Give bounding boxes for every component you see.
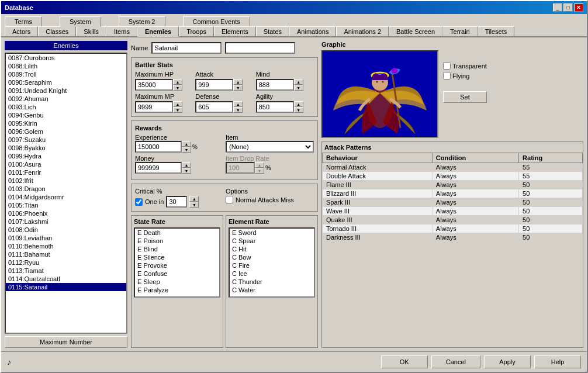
max-mp-down[interactable]: ▼ bbox=[173, 107, 182, 113]
name-input[interactable] bbox=[151, 42, 222, 54]
list-item[interactable]: C Fire bbox=[230, 261, 314, 270]
list-item[interactable]: C Water bbox=[230, 286, 314, 294]
list-item[interactable]: E Death bbox=[135, 229, 219, 237]
tab-troops[interactable]: Troops bbox=[179, 26, 214, 36]
list-item[interactable]: 0111:Bahamut bbox=[6, 250, 126, 258]
list-item[interactable]: 0114:Quetzalcoatl bbox=[6, 275, 126, 283]
list-item[interactable]: 0092:Ahuman bbox=[6, 95, 126, 103]
transparent-label[interactable]: Transparent bbox=[443, 62, 487, 70]
list-item[interactable]: 0115:Satanail bbox=[6, 283, 126, 291]
transparent-checkbox[interactable] bbox=[443, 62, 451, 70]
tab-system[interactable]: System bbox=[60, 16, 101, 27]
list-item[interactable]: 0112:Ryuu bbox=[6, 258, 126, 267]
list-item[interactable]: E Paralyze bbox=[135, 286, 219, 294]
apply-button[interactable]: Apply bbox=[484, 355, 531, 368]
attack-down[interactable]: ▼ bbox=[233, 85, 243, 91]
table-row[interactable]: Flame IIIAlways50 bbox=[323, 181, 583, 189]
attack-input[interactable] bbox=[195, 79, 233, 91]
agility-up[interactable]: ▲ bbox=[294, 101, 303, 107]
list-item[interactable]: E Sleep bbox=[135, 278, 219, 286]
tab-enemies[interactable]: Enemies bbox=[137, 26, 179, 37]
table-row[interactable]: Darkness IIIAlways50 bbox=[323, 233, 583, 242]
money-down[interactable]: ▼ bbox=[182, 168, 191, 174]
list-item[interactable]: 0102:Ifrit bbox=[6, 177, 126, 185]
max-hp-input[interactable] bbox=[135, 79, 173, 91]
list-item[interactable]: 0096:Golem bbox=[6, 127, 126, 136]
agility-input[interactable] bbox=[256, 101, 294, 113]
mind-down[interactable]: ▼ bbox=[294, 85, 303, 91]
max-mp-up[interactable]: ▲ bbox=[173, 101, 182, 107]
max-hp-down[interactable]: ▼ bbox=[173, 85, 182, 91]
list-item[interactable]: 0093:Lich bbox=[6, 103, 126, 111]
list-item[interactable]: 0100:Asura bbox=[6, 160, 126, 168]
list-item[interactable]: 0104:Midgardsormr bbox=[6, 193, 126, 201]
enemies-list[interactable]: 0087:Ouroboros0088:Lilith0089:Troll0090:… bbox=[5, 53, 127, 334]
cancel-button[interactable]: Cancel bbox=[431, 355, 480, 368]
list-item[interactable]: C Hit bbox=[230, 245, 314, 253]
list-item[interactable]: 0089:Troll bbox=[6, 70, 126, 78]
critical-down[interactable]: ▼ bbox=[189, 202, 199, 208]
flying-label[interactable]: Flying bbox=[443, 72, 487, 80]
minimize-button[interactable]: _ bbox=[553, 4, 562, 12]
mind-up[interactable]: ▲ bbox=[294, 79, 303, 85]
list-item[interactable]: 0098:Byakko bbox=[6, 144, 126, 152]
max-hp-up[interactable]: ▲ bbox=[173, 79, 182, 85]
max-number-button[interactable]: Maximum Number bbox=[5, 336, 127, 348]
list-item[interactable]: E Confuse bbox=[135, 270, 219, 278]
list-item[interactable]: 0087:Ouroboros bbox=[6, 54, 126, 62]
exp-up[interactable]: ▲ bbox=[182, 141, 191, 147]
list-item[interactable]: E Poison bbox=[135, 237, 219, 245]
list-item[interactable]: 0110:Behemoth bbox=[6, 242, 126, 250]
item-dropdown[interactable]: (None) bbox=[226, 141, 314, 153]
tab-system2[interactable]: System 2 bbox=[119, 16, 165, 26]
table-row[interactable]: Double AttackAlways55 bbox=[323, 172, 583, 181]
tab-tilesets[interactable]: Tilesets bbox=[478, 26, 515, 36]
state-rate-list[interactable]: E DeathE PoisonE BlindE SilenceE Provoke… bbox=[134, 227, 220, 298]
name-input-2[interactable] bbox=[225, 42, 295, 54]
list-item[interactable]: E Silence bbox=[135, 253, 219, 261]
list-item[interactable]: E Sword bbox=[230, 229, 314, 237]
defense-down[interactable]: ▼ bbox=[233, 107, 243, 113]
defense-up[interactable]: ▲ bbox=[233, 101, 243, 107]
list-item[interactable]: C Thunder bbox=[230, 278, 314, 286]
tab-items[interactable]: Items bbox=[106, 26, 137, 36]
set-button[interactable]: Set bbox=[443, 91, 487, 103]
list-item[interactable]: C Spear bbox=[230, 237, 314, 245]
tab-terrain[interactable]: Terrain bbox=[442, 26, 478, 36]
maximize-button[interactable]: □ bbox=[563, 4, 573, 12]
table-row[interactable]: Spark IIIAlways50 bbox=[323, 198, 583, 207]
money-input[interactable] bbox=[135, 162, 182, 174]
critical-checkbox[interactable] bbox=[135, 198, 143, 206]
tab-battle-screen[interactable]: Battle Screen bbox=[389, 26, 442, 36]
mind-input[interactable] bbox=[256, 79, 294, 91]
flying-checkbox[interactable] bbox=[443, 72, 451, 80]
close-button[interactable]: ✕ bbox=[574, 4, 583, 12]
element-rate-list[interactable]: E SwordC SpearC HitC BowC FireC IceC Thu… bbox=[229, 227, 315, 298]
table-row[interactable]: Wave IIIAlways50 bbox=[323, 207, 583, 216]
tab-animations[interactable]: Animations bbox=[289, 26, 336, 36]
attack-up[interactable]: ▲ bbox=[233, 79, 243, 85]
list-item[interactable]: E Blind bbox=[135, 245, 219, 253]
table-row[interactable]: Blizzard IIIAlways50 bbox=[323, 189, 583, 198]
tab-terms[interactable]: Terms bbox=[5, 16, 42, 26]
tab-common-events[interactable]: Common Events bbox=[183, 16, 250, 26]
tab-animations2[interactable]: Animations 2 bbox=[336, 26, 389, 36]
list-item[interactable]: 0109:Leviathan bbox=[6, 234, 126, 242]
table-row[interactable]: Tornado IIIAlways50 bbox=[323, 225, 583, 233]
tab-states[interactable]: States bbox=[256, 26, 289, 36]
tab-elements[interactable]: Elements bbox=[214, 26, 256, 36]
exp-down[interactable]: ▼ bbox=[182, 147, 191, 153]
tab-classes[interactable]: Classes bbox=[38, 26, 76, 36]
list-item[interactable]: 0088:Lilith bbox=[6, 62, 126, 70]
list-item[interactable]: E Provoke bbox=[135, 261, 219, 270]
tab-skills[interactable]: Skills bbox=[76, 26, 106, 36]
list-item[interactable]: 0097:Suzaku bbox=[6, 136, 126, 144]
list-item[interactable]: C Bow bbox=[230, 253, 314, 261]
list-item[interactable]: 0091:Undead Knight bbox=[6, 87, 126, 95]
list-item[interactable]: 0101:Fenrir bbox=[6, 168, 126, 177]
agility-down[interactable]: ▼ bbox=[294, 107, 303, 113]
list-item[interactable]: 0090:Seraphim bbox=[6, 78, 126, 87]
normal-attacks-miss-checkbox[interactable] bbox=[226, 196, 233, 203]
defense-input[interactable] bbox=[195, 101, 233, 113]
table-row[interactable]: Normal AttackAlways55 bbox=[323, 163, 583, 172]
